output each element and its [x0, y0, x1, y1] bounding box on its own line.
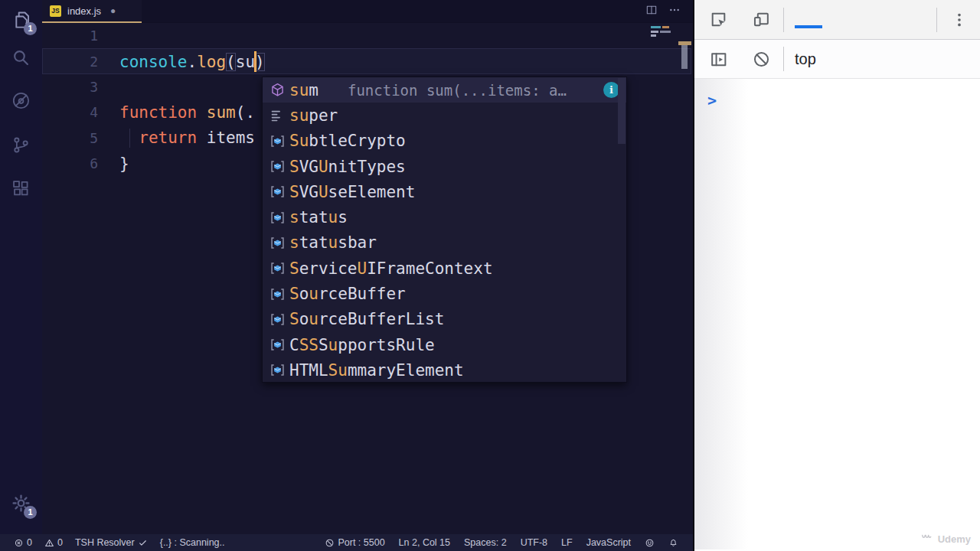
- statusbar-item-utf-8[interactable]: UTF-8: [514, 537, 554, 548]
- label-part: U: [358, 259, 368, 278]
- code-token: items: [197, 129, 255, 147]
- code-line[interactable]: 2console.log(su): [42, 48, 691, 73]
- watermark: Udemy: [919, 533, 971, 545]
- statusbar-item-scanning[interactable]: {..} : Scanning..: [154, 537, 231, 548]
- more-button[interactable]: [668, 4, 681, 19]
- line-number[interactable]: 5: [42, 130, 98, 146]
- statusbar-item[interactable]: [638, 538, 662, 548]
- symbol-class-icon: [270, 158, 289, 174]
- info-icon[interactable]: i: [603, 82, 619, 98]
- suggestion-item[interactable]: CSSSupportsRule: [263, 332, 626, 357]
- symbol-class-icon: [270, 184, 286, 200]
- code-token: log: [197, 53, 226, 71]
- console-sidebar-button[interactable]: [707, 47, 730, 70]
- suggestion-item[interactable]: SubtleCrypto: [263, 129, 626, 154]
- feedback-icon: [645, 538, 655, 548]
- symbol-class-icon: [270, 158, 286, 174]
- source-control-icon: [11, 135, 31, 155]
- suggestion-label: ServiceUIFrameContext: [289, 259, 493, 278]
- suggestion-item[interactable]: SVGUnitTypes: [263, 154, 626, 179]
- activity-files-button[interactable]: 1: [0, 0, 42, 38]
- label-part: u: [309, 310, 318, 328]
- code-text: return items: [98, 129, 255, 147]
- symbol-class-icon: [270, 235, 286, 251]
- devtools-menu-button[interactable]: [948, 8, 971, 31]
- statusbar-item-tsh-resolver[interactable]: TSH Resolver: [69, 537, 154, 548]
- modified-dot-icon: ●: [110, 6, 116, 15]
- statusbar-label: {..} : Scanning..: [160, 537, 225, 548]
- label-part: VG: [299, 183, 318, 201]
- suggestion-label: SourceBufferList: [289, 310, 444, 328]
- label-part: U: [318, 183, 328, 201]
- code-text: }: [98, 155, 129, 173]
- activity-source-control-button[interactable]: [0, 126, 42, 164]
- line-number[interactable]: 1: [42, 28, 98, 44]
- suggestion-label: SourceBuffer: [289, 285, 406, 303]
- label-part: S: [289, 285, 299, 303]
- suggestion-item[interactable]: SourceBuffer: [263, 281, 626, 306]
- split-editor-button[interactable]: [645, 4, 658, 19]
- console-input-area[interactable]: > Udemy: [694, 79, 980, 549]
- statusbar-item-0[interactable]: 0: [8, 537, 38, 548]
- suggestion-item[interactable]: sumfunction sum(...items: a…i: [263, 77, 626, 103]
- tab-index-js[interactable]: JS index.js ●: [42, 0, 142, 23]
- device-toolbar-button[interactable]: [750, 8, 773, 31]
- badge: 1: [24, 506, 37, 519]
- code-token: return: [139, 129, 197, 147]
- suggestion-item[interactable]: status: [263, 204, 626, 230]
- suggestion-item[interactable]: HTMLSummaryElement: [263, 357, 626, 383]
- label-part: S: [289, 310, 299, 328]
- minimap[interactable]: [651, 24, 678, 40]
- suggestion-label: SubtleCrypto: [289, 132, 406, 150]
- console-context-selector[interactable]: top: [795, 51, 816, 68]
- statusbar-item[interactable]: [662, 538, 685, 548]
- suggestion-item[interactable]: SourceBufferList: [263, 307, 626, 332]
- statusbar-item-port-5500[interactable]: Port : 5500: [318, 537, 391, 548]
- symbol-class-icon: [270, 362, 286, 378]
- code-token: function: [119, 103, 207, 122]
- code-line[interactable]: 1: [42, 23, 691, 48]
- activity-bar-bottom: 1: [0, 484, 42, 522]
- code-text: console.log(su): [98, 51, 265, 72]
- bell-icon: [668, 538, 678, 548]
- scrollbar-thumb[interactable]: [681, 45, 688, 69]
- symbol-class-icon: [270, 235, 289, 251]
- code-token: (.: [236, 103, 255, 122]
- inspect-button[interactable]: [707, 8, 730, 31]
- console-toolbar: top: [694, 40, 980, 79]
- editor-scrollbar[interactable]: [678, 23, 691, 534]
- suggestion-item[interactable]: super: [263, 103, 626, 128]
- line-number[interactable]: 6: [42, 155, 98, 171]
- statusbar-item-0[interactable]: 0: [38, 537, 69, 548]
- kebab-menu-icon: [951, 11, 968, 28]
- label-part: s: [338, 208, 348, 227]
- symbol-class-icon: [270, 210, 289, 226]
- suggestion-item[interactable]: statusbar: [263, 230, 626, 256]
- activity-debug-button[interactable]: [0, 81, 42, 119]
- suggestion-item[interactable]: ServiceUIFrameContext: [263, 256, 626, 281]
- statusbar-item-spaces-2[interactable]: Spaces: 2: [457, 537, 514, 548]
- activity-manage-button[interactable]: 1: [0, 484, 42, 522]
- code-token: console: [119, 53, 188, 71]
- code-token: ): [255, 53, 265, 71]
- suggestion-item[interactable]: SVGUseElement: [263, 179, 626, 204]
- statusbar-item-javascript[interactable]: JavaScript: [580, 537, 638, 548]
- tab-bar: JS index.js ●: [42, 0, 693, 23]
- popup-scrollbar-thumb[interactable]: [618, 78, 626, 144]
- clear-console-button[interactable]: [750, 47, 773, 70]
- line-number[interactable]: 4: [42, 104, 98, 120]
- screen: 1 1 JS index.js ● 12console.log(su)34fun…: [0, 0, 980, 551]
- toolbar-separator: [936, 8, 937, 32]
- label-part: U: [318, 158, 328, 176]
- statusbar-item-ln-2-col-15[interactable]: Ln 2, Col 15: [392, 537, 457, 548]
- symbol-keyword-icon: [270, 107, 289, 123]
- statusbar-item-lf[interactable]: LF: [554, 537, 580, 548]
- line-number[interactable]: 2: [42, 54, 98, 70]
- symbol-class-icon: [270, 286, 286, 302]
- line-number[interactable]: 3: [42, 79, 98, 95]
- activity-search-button[interactable]: [0, 38, 42, 77]
- label-part: mmaryElement: [348, 361, 464, 380]
- activity-extensions-button[interactable]: [0, 169, 42, 207]
- status-bar: 00TSH Resolver{..} : Scanning.. Port : 5…: [0, 534, 693, 551]
- suggestion-label: status: [289, 208, 348, 227]
